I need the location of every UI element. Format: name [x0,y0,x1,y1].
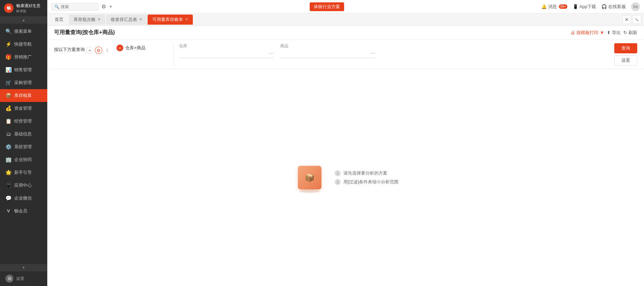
sidebar-item-label: 应用中心 [14,182,32,188]
sidebar-item-label: 畅会员 [14,208,27,214]
topbar-search-box[interactable]: 🔍 [51,3,99,10]
scheme-icon: ⊙ [117,45,123,51]
warehouse-more-btn[interactable]: ··· [269,50,274,56]
tab-home[interactable]: 首页 [50,15,68,25]
content-area: 可用量查询(按仓库+商品) 🖨 按模板打印 ▼ ⬆ 导出 ↻ 刷新 [47,26,644,286]
empty-face-icon: 📦 [305,173,315,182]
brand-sub: 标准版 [16,9,41,13]
sidebar-scroll-up[interactable]: ▲ [0,17,47,24]
cart-icon: 🛒 [5,80,11,86]
sidebar-item-system[interactable]: ⚙️ 系统管理 [0,140,47,153]
page-title: 可用量查询(按仓库+商品) [54,29,115,36]
product-input[interactable] [280,51,369,56]
field-product-label: 商品 [280,43,375,49]
warehouse-input[interactable] [179,51,268,56]
sidebar-item-member[interactable]: V 畅会员 [0,205,47,217]
empty-box: 📦 [298,166,321,189]
sidebar-item-label: 库存核算 [14,93,32,99]
sidebar-item-sales[interactable]: 📊 销售管理 [0,63,47,76]
tab-available[interactable]: 可用量库存账本 ✕ [148,15,193,25]
filter-label: 按以下方案查询 + ⚙ 《 [54,43,108,54]
collapse-filter-btn[interactable]: 《 [104,46,108,54]
gear-icon: ⚙️ [5,144,11,150]
tab-batch[interactable]: 库存批次账 ✕ [69,15,105,25]
tab-available-label: 可用量库存账本 [152,17,183,23]
sidebar-item-label: 搜索菜单 [14,28,32,34]
product-more-btn[interactable]: ··· [370,50,375,56]
member-icon: V [5,208,11,213]
page-header-actions: 🖨 按模板打印 ▼ ⬆ 导出 ↻ 刷新 [571,30,637,36]
sidebar-item-wechat[interactable]: 💬 企业微信 [0,192,47,205]
tab-batch-label: 库存批次账 [74,17,96,23]
tab-batch-close[interactable]: ✕ [98,17,101,22]
scheme-item-warehouse-product[interactable]: ⊙ 仓库+商品 [114,43,168,53]
search-input[interactable] [61,4,95,9]
online-service-btn[interactable]: 🎧 在线客服 [601,4,626,10]
sidebar-item-finance[interactable]: 💰 资金管理 [0,102,47,115]
search-icon: 🔍 [5,28,11,34]
app-download-btn[interactable]: 📱 App下载 [573,4,596,10]
dropdown-arrow-icon[interactable]: ▼ [109,4,113,9]
sidebar-item-marketing[interactable]: 🎁 营销推广 [0,51,47,63]
settings-btn[interactable]: 设置 [614,55,637,66]
user-profile-btn[interactable]: Rit [631,2,640,11]
messages-label: 消息 [548,4,557,10]
sidebar-item-purchase[interactable]: 🛒 采购管理 [0,76,47,89]
filter-schemes: ⊙ 仓库+商品 [114,43,168,53]
folder-icon: 🗂 [5,131,11,137]
sidebar-item-search[interactable]: 🔍 搜索菜单 [0,25,47,38]
export-btn[interactable]: ⬆ 导出 [607,30,621,36]
field-product-input-wrap: ··· [280,50,375,58]
template-print-btn[interactable]: 🖨 按模板打印 ▼ [571,30,604,36]
industry-btn[interactable]: 体验行业方案 [310,2,344,11]
sidebar-item-quicknav[interactable]: ⚡ 快捷导航 [0,38,47,51]
maximize-btn[interactable]: ⤡ [633,15,641,24]
tab-collection-label: 收发存汇总表 [111,17,137,23]
sidebar-item-label: 企业微信 [14,195,32,201]
field-warehouse-label: 仓库 [179,43,274,49]
sidebar-item-operations[interactable]: 📋 经营管理 [0,115,47,128]
user-avatar: Rit [631,2,640,11]
query-btn[interactable]: 查询 [614,43,637,53]
empty-state: 📦 1 请先选择要分析的方案 2 用[过滤]条件来缩小分析范围 [47,69,644,286]
sidebar-item-label: 经营管理 [14,118,32,124]
sidebar-item-label: 采购管理 [14,80,32,86]
sidebar-item-appcenter[interactable]: 📱 应用中心 [0,179,47,192]
sidebar: 畅 畅康通好生意 标准版 ▲ 🔍 搜索菜单 ⚡ 快捷导航 🎁 营销推广 📊 销售… [0,0,47,286]
filter-field-product: 商品 ··· [280,43,375,58]
tab-collection-close[interactable]: ✕ [139,17,142,22]
tab-home-label: 首页 [55,17,63,23]
refresh-btn[interactable]: ↻ 刷新 [623,30,637,36]
quicknav-icon: ⚡ [5,41,11,47]
filter-icons: + ⚙ [86,45,102,54]
empty-hint-2: 2 用[过滤]条件来缩小分析范围 [335,178,398,186]
sidebar-item-label: 基础信息 [14,131,32,137]
sidebar-item-label: 快捷导航 [14,41,32,47]
scheme-settings-btn[interactable]: ⚙ [95,47,102,54]
search-icon: 🔍 [54,4,59,9]
sidebar-footer[interactable]: 我 设置 [0,271,47,286]
tab-available-close[interactable]: ✕ [185,17,188,22]
topbar-right: 🔔 消息 99+ 📱 App下载 🎧 在线客服 Rit [541,2,640,11]
settings-icon[interactable]: ⚙ [101,3,106,10]
tabbar: 首页 库存批次账 ✕ 收发存汇总表 ✕ 可用量库存账本 ✕ ✕ ⤡ [47,14,644,26]
tab-collection[interactable]: 收发存汇总表 ✕ [106,15,147,25]
empty-hint-1: 1 请先选择要分析的方案 [335,169,398,178]
sidebar-item-label: 新手引导 [14,170,32,176]
close-all-btn[interactable]: ✕ [622,15,631,24]
sidebar-scroll-down[interactable]: ▼ [0,264,47,271]
messages-badge: 99+ [559,4,567,9]
online-service-label: 在线客服 [608,4,626,10]
filter-field-warehouse: 仓库 ··· [179,43,274,58]
sidebar-item-enterprise[interactable]: 🏢 企业协同 [0,153,47,166]
filter-actions: 查询 设置 [614,43,637,66]
empty-shadow [300,189,320,193]
mobile-icon: 📱 [573,4,578,9]
messages-btn[interactable]: 🔔 消息 99+ [541,4,567,10]
sidebar-item-newguide[interactable]: 🌟 新手引导 [0,166,47,179]
sidebar-item-basic[interactable]: 🗂 基础信息 [0,128,47,140]
add-scheme-btn[interactable]: + [86,47,94,54]
main-area: 🔍 ⚙ ▼ 体验行业方案 🔔 消息 99+ 📱 App下载 🎧 在线客服 Rit [47,0,644,286]
money-icon: 💰 [5,105,11,111]
sidebar-item-inventory[interactable]: 📦 库存核算 [0,89,47,102]
